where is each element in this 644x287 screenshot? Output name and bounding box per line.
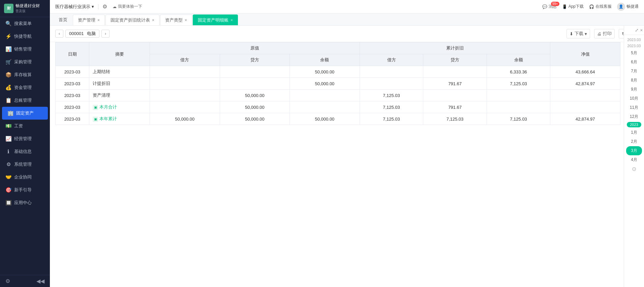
cell-accum-debit: 7,125.03 (360, 90, 423, 101)
col-summary: 摘要 (89, 42, 150, 66)
topbar-divider (98, 4, 98, 9)
timeline-month-12月[interactable]: 12月 (624, 112, 644, 121)
sidebar-item-enterprise[interactable]: 🤝企业协同 (0, 171, 50, 184)
cell-summary: ▣本月合计 (89, 101, 150, 113)
cell-net-value (550, 101, 620, 113)
timeline-month-5月[interactable]: 5月 (624, 49, 644, 58)
sidebar-item-system[interactable]: ⚙系统管理 (0, 158, 50, 171)
cloud-icon: ☁ (113, 4, 117, 9)
app-download-btn[interactable]: 📱 App下载 (562, 4, 584, 9)
next-asset-btn[interactable]: › (101, 30, 110, 38)
timeline-month-7月[interactable]: 7月 (624, 67, 644, 76)
tab-label-depreciation-stats: 固定资产折旧统计表 (111, 17, 150, 23)
customer-service-label: 在线客服 (595, 4, 612, 9)
expand-icon[interactable]: ⤢ (635, 28, 639, 33)
cell-orig-debit: 50,000.00 (150, 113, 220, 125)
sidebar-label-basic-info: 基础信息 (14, 149, 32, 155)
tab-label-asset-type: 资产类型 (165, 17, 183, 23)
col-orig-debit: 借方 (150, 54, 220, 66)
month-icon: ▣ (93, 105, 98, 110)
sidebar-item-sales[interactable]: 📊销售管理 (0, 43, 50, 56)
asset-id-badge: 000001 电脑 (65, 30, 99, 38)
company-selector[interactable]: 医疗器械行业演示 ▾ (55, 4, 94, 10)
sidebar-label-purchase: 采购管理 (14, 59, 32, 65)
timeline-month-4月[interactable]: 4月 (624, 155, 644, 164)
sidebar-label-guide: 新手引导 (14, 187, 32, 193)
sidebar-item-salary[interactable]: 💵工资 (0, 120, 50, 132)
cell-orig-debit (150, 90, 220, 101)
sidebar-item-guide[interactable]: 🎯新手引导 (0, 184, 50, 196)
col-accum-dep: 累计折旧 (360, 42, 550, 54)
timeline-month-11月[interactable]: 11月 (624, 103, 644, 112)
tab-asset-detail[interactable]: 固定资产明细账× (193, 14, 238, 25)
message-icon: 💬 (542, 4, 547, 9)
sidebar-item-ledger[interactable]: 📋总账管理 (0, 94, 50, 107)
experience-label: 我要体验一下 (118, 4, 142, 9)
cell-orig-balance: 50,000.00 (290, 66, 360, 78)
sidebar-item-fixed-assets[interactable]: 🏢固定资产 (2, 107, 48, 120)
timeline-month-2月[interactable]: 2月 (624, 137, 644, 146)
tab-asset-mgmt[interactable]: 资产管理× (73, 14, 105, 25)
quick-nav-icon: ⚡ (5, 33, 11, 39)
sidebar-item-funds[interactable]: 💰资金管理 (0, 81, 50, 94)
sidebar-item-quick-nav[interactable]: ⚡快捷导航 (0, 30, 50, 43)
user-btn[interactable]: 👤 畅捷通 (617, 3, 639, 11)
asset-id: 000001 (69, 31, 84, 36)
purchase-icon: 🛒 (5, 59, 11, 65)
close-icon[interactable]: × (640, 28, 643, 33)
timeline-month-8月[interactable]: 8月 (624, 76, 644, 85)
sidebar-item-basic-info[interactable]: ℹ基础信息 (0, 145, 50, 158)
settings-icon[interactable]: ⚙ (5, 278, 10, 284)
app-download-label: App下载 (569, 4, 584, 9)
download-icon: ⬇ (570, 31, 573, 36)
collapse-icon[interactable]: ◀◀ (36, 278, 44, 284)
cell-date: 2023-03 (56, 90, 89, 101)
timeline-scroll-btn[interactable]: ⊙ (624, 164, 644, 173)
cell-accum-credit (423, 90, 487, 101)
cell-orig-balance (290, 101, 360, 113)
tab-depreciation-stats[interactable]: 固定资产折旧统计表× (105, 14, 159, 25)
sidebar-logo: 财 畅捷通好业财 普及版 (0, 0, 50, 17)
guide-icon: 🎯 (5, 187, 11, 193)
sidebar-item-operations[interactable]: 📈经营管理 (0, 132, 50, 145)
sidebar-label-enterprise: 企业协同 (14, 174, 32, 180)
messages-btn[interactable]: 💬 消息 99+ (542, 4, 557, 9)
timeline-month-3月[interactable]: 3月 (626, 146, 642, 155)
topbar: 医疗器械行业演示 ▾ ⚙ ☁ 我要体验一下 💬 消息 99+ 📱 App下载 🎧… (50, 0, 644, 13)
download-arrow-icon: ▾ (585, 31, 587, 36)
cell-orig-debit (150, 66, 220, 78)
messages-badge: 99+ (551, 2, 559, 6)
summary-text: 本月合计 (99, 104, 117, 109)
tab-asset-type[interactable]: 资产类型× (160, 14, 192, 25)
tab-close-asset-detail[interactable]: × (231, 18, 233, 23)
cell-accum-balance: 6,333.36 (487, 66, 550, 78)
tab-close-asset-type[interactable]: × (185, 18, 187, 23)
topbar-settings-icon[interactable]: ⚙ (102, 3, 107, 10)
timeline-year-top2: 2023.03 (624, 42, 644, 49)
timeline-month-1月[interactable]: 1月 (624, 128, 644, 137)
sidebar-item-app-center[interactable]: 🔲应用中心 (0, 196, 50, 209)
download-btn[interactable]: ⬇ 下载 ▾ (566, 29, 590, 38)
timeline-month-10月[interactable]: 10月 (624, 94, 644, 103)
tab-close-asset-mgmt[interactable]: × (97, 18, 100, 23)
cell-date: 2023-03 (56, 66, 89, 78)
sidebar-item-search[interactable]: 🔍搜索菜单 (0, 17, 50, 30)
customer-service-btn[interactable]: 🎧 在线客服 (589, 4, 612, 9)
timeline-items: 2023.032023.035月6月7月8月9月10月11月12月20231月2… (624, 35, 644, 287)
sidebar-item-inventory[interactable]: 📦库存核算 (0, 68, 50, 81)
print-label: 打印 (603, 31, 612, 37)
sidebar-label-operations: 经营管理 (14, 136, 32, 142)
cell-orig-debit (150, 78, 220, 90)
tab-close-depreciation-stats[interactable]: × (152, 18, 154, 23)
print-btn[interactable]: 🖨 打印 (594, 29, 615, 38)
prev-asset-btn[interactable]: ‹ (55, 30, 63, 38)
timeline-month-6月[interactable]: 6月 (624, 58, 644, 67)
summary-text: 计提折旧 (93, 81, 110, 86)
experience-btn[interactable]: ☁ 我要体验一下 (113, 4, 142, 9)
sidebar-item-purchase[interactable]: 🛒采购管理 (0, 56, 50, 68)
cell-accum-balance (487, 101, 550, 113)
cell-summary: 计提折旧 (89, 78, 150, 90)
tab-home[interactable]: 首页 (54, 14, 72, 25)
cell-net-value: 42,874.97 (550, 113, 620, 125)
timeline-month-9月[interactable]: 9月 (624, 85, 644, 94)
